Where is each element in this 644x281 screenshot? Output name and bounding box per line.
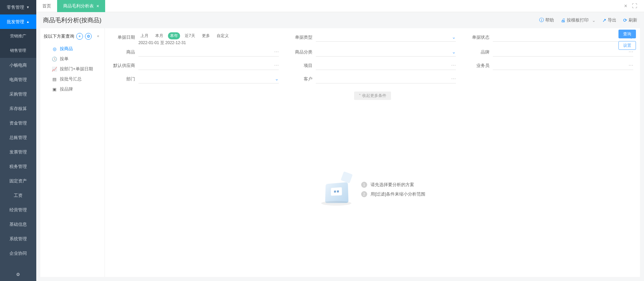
filter-staff: 业务员 ⋯ [466,61,633,73]
date-range-display: 2022-01-01 至 2022-12-31 [138,40,279,46]
content: 按以下方案查询 + ⚙ « ◎ 按商品 🕓 按单 [40,28,640,277]
help-button[interactable]: ⓘ 帮助 [539,17,554,23]
dept-select[interactable]: ⌄ [138,74,279,83]
product-picker[interactable]: ⋯ [138,47,279,57]
right-actions: 查询 设置 [618,30,636,50]
filter-brand: 品牌 ⋯ [466,47,633,59]
more-icon: ⋯ [274,63,279,68]
chart-icon: 📈 [52,66,57,72]
date-this-year[interactable]: 本年 [168,32,180,39]
export-button[interactable]: ↗ 导出 [602,17,616,23]
sidebar-sub-sales[interactable]: 销售管理 [0,43,36,58]
filter-label: 部门 [112,74,138,82]
print-button[interactable]: 🖨 按模板打印 ⌄ [561,17,596,23]
customer-picker[interactable]: ⋯ [316,74,456,83]
filter-dept: 部门 ⌄ [112,74,279,86]
tab-home[interactable]: 首页 [36,0,57,12]
page-title: 商品毛利分析(按商品) [43,16,101,24]
scheme-by-dept-date[interactable]: 📈 按部门+单据日期 [52,64,101,74]
filter-doc-status: 单据状态 ⌄ [466,32,633,44]
print-icon: 🖨 [561,17,565,23]
target-icon: ◎ [52,46,57,51]
tabs-right: × ⛶ [624,3,644,9]
sidebar-item-salary[interactable]: 工资 [0,188,36,203]
sidebar-item-enterprise[interactable]: 企业协同 [0,246,36,260]
scheme-by-brand[interactable]: ▣ 按品牌 [52,84,101,94]
main: 首页 商品毛利分析表 × × ⛶ 商品毛利分析(按商品) ⓘ 帮助 🖨 按模板打… [36,0,644,281]
caret-down-icon: ▼ [26,5,30,9]
project-picker[interactable]: ⋯ [316,61,456,70]
caret-up-icon: ▲ [26,20,30,24]
collapse-panel-icon[interactable]: « [95,33,101,39]
empty-step-2: 2 用[过滤]条件来缩小分析范围 [361,191,425,197]
refresh-button[interactable]: ⟳ 刷新 [623,17,637,23]
tabs-bar: 首页 商品毛利分析表 × × ⛶ [36,0,644,12]
sidebar-item-retail[interactable]: 零售管理 ▼ [0,0,36,14]
date-quick-picks: 上月 本月 本年 近7天 更多 自定义 [138,32,279,39]
sidebar-item-wholesale[interactable]: 批发管理 ▲ [0,14,36,29]
doc-status-select[interactable]: ⌄ [493,32,633,42]
sidebar-settings-footer[interactable]: ⚙ [0,268,36,281]
scheme-panel-header: 按以下方案查询 + ⚙ « [44,33,101,40]
sidebar-item-system[interactable]: 系统管理 [0,232,36,246]
sidebar-item-assets[interactable]: 固定资产 [0,174,36,188]
clock-icon: 🕓 [52,56,57,62]
sidebar-item-basic[interactable]: 基础信息 [0,217,36,232]
more-icon: ⋯ [274,49,279,55]
filter-supplier: 默认供应商 ⋯ [112,61,279,73]
chevron-down-icon: ⌄ [275,76,279,81]
sidebar-item-operation[interactable]: 经营管理 [0,203,36,217]
scheme-by-batch[interactable]: ▤ 按批号汇总 [52,74,101,84]
header-actions: ⓘ 帮助 🖨 按模板打印 ⌄ ↗ 导出 ⟳ 刷新 [539,17,637,23]
product-cat-select[interactable]: ⌄ [316,47,456,57]
filter-label: 单据类型 [289,32,316,40]
sidebar-item-ledger[interactable]: 总账管理 [0,130,36,145]
collapse-filters-button[interactable]: ˄ 收起更多条件 [354,92,391,100]
staff-picker[interactable]: ⋯ [493,61,633,70]
tab-gross-profit[interactable]: 商品毛利分析表 × [57,0,105,12]
sidebar-item-inventory[interactable]: 库存核算 [0,101,36,116]
sidebar-item-funds[interactable]: 资金管理 [0,116,36,130]
scheme-panel: 按以下方案查询 + ⚙ « ◎ 按商品 🕓 按单 [40,28,105,277]
tabs-close-all-icon[interactable]: × [624,3,627,9]
brand-picker[interactable]: ⋯ [493,47,633,57]
sidebar-item-purchase[interactable]: 采购管理 [0,87,36,101]
supplier-picker[interactable]: ⋯ [138,61,279,70]
fullscreen-icon[interactable]: ⛶ [632,3,637,9]
sidebar-sub-marketing[interactable]: 营销推广 [0,29,36,43]
filter-label: 单据日期 [112,32,138,40]
settings-button[interactable]: 设置 [618,41,636,50]
filters-wrap: 单据日期 上月 本月 本年 近7天 更多 自定义 2022- [105,28,640,277]
sidebar-label: 批发管理 [7,19,24,25]
date-more[interactable]: 更多 [200,32,212,39]
date-custom[interactable]: 自定义 [215,32,231,39]
more-icon: ⋯ [629,63,633,68]
sidebar-submenu: 营销推广 销售管理 [0,29,36,58]
collapse-bar: ˄ 收起更多条件 [105,90,640,102]
filter-product-cat: 商品分类 ⌄ [289,47,456,59]
list-icon: ▤ [52,76,57,82]
empty-step-1: 1 请先选择要分析的方案 [361,182,425,188]
doc-type-select[interactable]: ⌄ [316,32,456,42]
chevron-down-icon: ⌄ [452,49,456,55]
date-7days[interactable]: 近7天 [183,32,197,39]
date-this-month[interactable]: 本月 [153,32,165,39]
export-icon: ↗ [602,17,606,23]
add-scheme-icon[interactable]: + [76,33,83,40]
date-last-month[interactable]: 上月 [138,32,151,39]
scheme-by-product[interactable]: ◎ 按商品 [52,44,101,54]
filter-label: 项目 [289,61,316,69]
scheme-panel-title: 按以下方案查询 [44,33,74,39]
page-header: 商品毛利分析(按商品) ⓘ 帮助 🖨 按模板打印 ⌄ ↗ 导出 ⟳ 刷新 [36,12,644,28]
step-number-icon: 2 [361,191,367,197]
sidebar-item-xiaochang[interactable]: 小畅电商 [0,58,36,72]
sidebar-item-ecommerce[interactable]: 电商管理 [0,72,36,87]
chevron-down-icon: ⌄ [452,34,456,40]
scheme-settings-icon[interactable]: ⚙ [85,33,92,40]
close-icon[interactable]: × [96,3,99,9]
query-button[interactable]: 查询 [618,30,636,38]
scheme-by-doc[interactable]: 🕓 按单 [52,54,101,64]
filter-project: 项目 ⋯ [289,61,456,73]
sidebar-item-invoice[interactable]: 发票管理 [0,145,36,159]
sidebar-item-tax[interactable]: 税务管理 [0,159,36,174]
